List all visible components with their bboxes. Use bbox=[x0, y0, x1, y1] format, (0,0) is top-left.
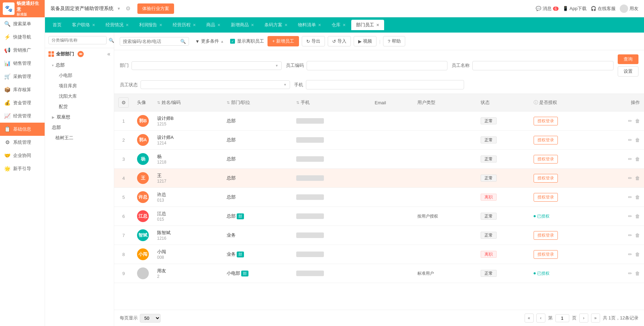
delete-btn[interactable]: 🗑 bbox=[635, 137, 640, 143]
auth-btn[interactable]: 授权登录 bbox=[534, 136, 558, 144]
first-page-btn[interactable]: « bbox=[525, 314, 534, 323]
tab-close-new-goods[interactable]: ✕ bbox=[251, 23, 254, 27]
system-title-dropdown-icon[interactable]: ▾ bbox=[118, 6, 120, 11]
per-page-select[interactable]: 50 20 100 bbox=[140, 314, 161, 323]
prev-page-btn[interactable]: ‹ bbox=[536, 314, 545, 323]
tab-customer[interactable]: 客户联络 ✕ bbox=[67, 20, 100, 30]
set-btn[interactable]: 设置 bbox=[618, 66, 638, 77]
query-btn[interactable]: 查询 bbox=[618, 54, 638, 64]
sidebar-item-collab[interactable]: 🤝 企业协同 bbox=[0, 149, 45, 162]
auth-btn[interactable]: 授权登录 bbox=[534, 117, 558, 125]
sidebar-item-guide[interactable]: 🌟 新手引导 bbox=[0, 162, 45, 175]
edit-btn[interactable]: ✏ bbox=[628, 232, 632, 238]
sidebar-item-finance[interactable]: 💰 资金管理 bbox=[0, 96, 45, 109]
edit-btn[interactable]: ✏ bbox=[628, 118, 632, 124]
tree-search-input[interactable] bbox=[48, 36, 107, 44]
auth-btn[interactable]: 授权登录 bbox=[534, 193, 558, 202]
edit-btn[interactable]: ✏ bbox=[628, 137, 632, 143]
tree-item-xiaodian[interactable]: 小电部 bbox=[52, 70, 114, 81]
export-btn[interactable]: ↻ 导出 bbox=[302, 36, 325, 46]
delete-btn[interactable]: 🗑 bbox=[635, 118, 640, 124]
tree-item-shenyang[interactable]: 沈阳大库 bbox=[52, 91, 114, 102]
phone-input[interactable] bbox=[306, 80, 464, 89]
emp-status-select[interactable]: ▾ bbox=[140, 80, 290, 89]
import-btn[interactable]: ↺ 导入 bbox=[328, 36, 351, 46]
tab-bom[interactable]: 物料清单 ✕ bbox=[293, 20, 326, 30]
sidebar-item-marketing[interactable]: 📢 营销推广 bbox=[0, 44, 45, 57]
auth-btn[interactable]: 授权登录 bbox=[534, 250, 558, 259]
delete-btn[interactable]: 🗑 bbox=[635, 175, 640, 181]
new-employee-btn[interactable]: + 新增员工 bbox=[267, 36, 299, 46]
delete-btn[interactable]: 🗑 bbox=[635, 213, 640, 219]
delete-btn[interactable]: 🗑 bbox=[635, 232, 640, 238]
tree-collapse-btn[interactable]: « bbox=[107, 51, 110, 57]
auth-btn[interactable]: 授权登录 bbox=[534, 174, 558, 183]
tab-new-goods[interactable]: 新增商品 ✕ bbox=[226, 20, 259, 30]
sidebar-item-sales[interactable]: 📊 销售管理 bbox=[0, 57, 45, 70]
tab-goods[interactable]: 商品 ✕ bbox=[201, 20, 225, 30]
tab-operation[interactable]: 经营情况 ✕ bbox=[101, 20, 134, 30]
tree-group-zongbu[interactable]: 总部 bbox=[48, 122, 114, 133]
tree-search-icon[interactable]: 🔍 bbox=[109, 38, 114, 43]
auth-btn[interactable]: 授权登录 bbox=[534, 231, 558, 240]
sidebar-item-inventory[interactable]: 📦 库存核算 bbox=[0, 83, 45, 96]
tree-item-zhishu[interactable]: 植树王二 bbox=[48, 133, 114, 143]
tree-all-depts-header[interactable]: 全部部门 ✏ « bbox=[45, 48, 114, 60]
sidebar-item-basics[interactable]: 📋 基础信息 bbox=[0, 123, 45, 136]
sidebar-item-operations[interactable]: 📈 经营管理 bbox=[0, 109, 45, 123]
video-btn[interactable]: ▶ 视频 bbox=[354, 36, 377, 46]
search-icon[interactable]: 🔍 bbox=[180, 39, 186, 44]
experience-btn[interactable]: 体验行业方案 bbox=[137, 3, 174, 14]
edit-dept-btn[interactable]: ✏ bbox=[78, 51, 84, 57]
settings-icon[interactable]: ⚙ bbox=[126, 5, 130, 12]
tab-close-bom[interactable]: ✕ bbox=[318, 23, 321, 27]
th-settings[interactable]: ⚙ bbox=[114, 94, 133, 112]
show-resigned-checkbox[interactable]: ✓ 显示离职员工 bbox=[230, 38, 264, 44]
th-dept[interactable]: 部门/职位 bbox=[223, 94, 292, 112]
delete-btn[interactable]: 🗑 bbox=[635, 252, 640, 257]
tab-close-history[interactable]: ✕ bbox=[193, 23, 196, 27]
tab-close-customer[interactable]: ✕ bbox=[92, 23, 95, 27]
help-btn[interactable]: ? 帮助 bbox=[383, 36, 405, 46]
delete-btn[interactable]: 🗑 bbox=[635, 194, 640, 200]
tree-item-project[interactable]: 项目库房 bbox=[52, 81, 114, 91]
sidebar-item-system[interactable]: ⚙ 系统管理 bbox=[0, 136, 45, 149]
tree-item-distribution[interactable]: 配货 bbox=[52, 102, 114, 112]
tab-warehouse[interactable]: 仓库 ✕ bbox=[327, 20, 351, 30]
sidebar-item-purchase[interactable]: 🛒 采购管理 bbox=[0, 70, 45, 83]
last-page-btn[interactable]: » bbox=[591, 314, 600, 323]
delete-btn[interactable]: 🗑 bbox=[635, 156, 640, 162]
tab-profit[interactable]: 利润报告 ✕ bbox=[134, 20, 167, 30]
th-name[interactable]: 姓名/编码 bbox=[153, 94, 223, 112]
app-download-btn[interactable]: 📱 App下载 bbox=[563, 6, 587, 12]
edit-btn[interactable]: ✏ bbox=[628, 252, 632, 257]
tree-group-shuangzuo[interactable]: ▶ 双座想 bbox=[48, 112, 114, 122]
tab-history[interactable]: 经营历程 ✕ bbox=[168, 20, 201, 30]
tab-close-profit[interactable]: ✕ bbox=[159, 23, 162, 27]
tab-close-warehouse[interactable]: ✕ bbox=[343, 23, 346, 27]
tab-barcode[interactable]: 条码方案 ✕ bbox=[260, 20, 292, 30]
dept-select[interactable]: ▾ bbox=[131, 61, 282, 70]
emp-name-input[interactable] bbox=[472, 61, 614, 70]
edit-btn[interactable]: ✏ bbox=[628, 194, 632, 200]
sidebar-item-search[interactable]: 🔍 搜索菜单 bbox=[0, 17, 45, 30]
page-number-input[interactable] bbox=[555, 314, 569, 322]
tab-close-goods[interactable]: ✕ bbox=[217, 23, 220, 27]
sidebar-item-quicknav[interactable]: ⚡ 快捷导航 bbox=[0, 30, 45, 44]
tree-group-hq[interactable]: ▾ 总部 bbox=[48, 60, 114, 70]
edit-btn[interactable]: ✏ bbox=[628, 213, 632, 219]
auth-btn[interactable]: 授权登录 bbox=[534, 155, 558, 164]
tab-close-barcode[interactable]: ✕ bbox=[284, 23, 288, 27]
tab-close-employees[interactable]: ✕ bbox=[376, 23, 379, 27]
next-page-btn[interactable]: › bbox=[579, 314, 588, 323]
more-filter-btn[interactable]: ▼ 更多条件 ▲ bbox=[192, 37, 227, 46]
tab-employees[interactable]: 部门员工 ✕ bbox=[351, 20, 384, 30]
emp-code-input[interactable] bbox=[307, 61, 448, 70]
user-btn[interactable]: 用友 bbox=[620, 5, 638, 13]
edit-btn[interactable]: ✏ bbox=[628, 156, 632, 162]
edit-btn[interactable]: ✏ bbox=[628, 175, 632, 181]
edit-btn[interactable]: ✏ bbox=[628, 271, 632, 276]
delete-btn[interactable]: 🗑 bbox=[635, 271, 640, 276]
tab-home[interactable]: 首页 bbox=[48, 20, 66, 30]
tab-close-operation[interactable]: ✕ bbox=[126, 23, 129, 27]
